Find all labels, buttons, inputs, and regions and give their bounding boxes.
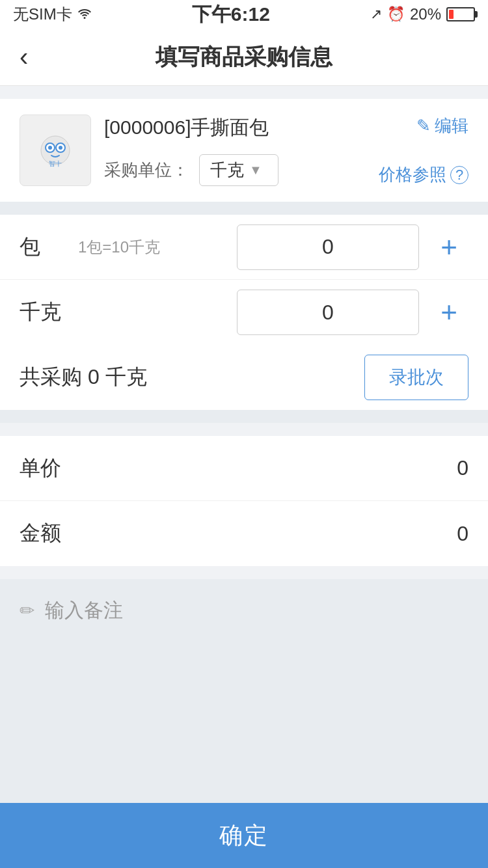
battery-percent: 20% [410,5,441,23]
unit-label: 采购单位： [104,159,189,182]
remark-section[interactable]: ✏ 输入备注 [0,579,488,683]
kg-label: 千克 [20,298,72,327]
status-left: 无SIM卡 [13,4,92,25]
back-button[interactable]: ‹ [20,42,28,72]
price-section: 单价 0 金额 0 [0,436,488,566]
edit-label: 编辑 [435,115,468,137]
kg-input[interactable]: 0 [237,290,419,335]
unit-price-label: 单价 [20,454,61,483]
unit-value: 千克 [210,159,244,182]
amount-value: 0 [457,522,468,546]
remark-input[interactable]: ✏ 输入备注 [20,597,468,624]
summary-row: 共采购 0 千克 录批次 [0,345,488,410]
status-time: 下午6:12 [192,1,270,28]
wifi-icon [77,6,92,23]
bao-input-wrapper: 0 + [160,224,468,270]
unit-select[interactable]: 千克 ▼ [199,154,278,186]
edit-icon: ✎ [416,116,431,136]
svg-point-3 [48,146,52,150]
edit-button[interactable]: ✎ 编辑 [416,115,468,137]
price-ref-button[interactable]: 价格参照 ? [379,163,468,186]
battery-icon [446,7,475,21]
svg-point-4 [59,146,62,150]
location-icon: ↗ [370,6,382,23]
help-icon: ? [450,166,468,184]
bao-plus-button[interactable]: + [429,228,468,267]
product-card: 智十 [0000006]手撕面包 采购单位： 千克 ▼ ✎ 编辑 价格参照 ? [0,99,488,202]
alarm-icon: ⏰ [387,6,405,23]
bao-label: 包 [20,233,72,262]
kg-input-row: 千克 0 + [0,280,488,345]
svg-text:智十: 智十 [49,160,62,167]
sim-label: 无SIM卡 [13,4,72,25]
bao-input[interactable]: 0 [237,224,419,270]
confirm-button[interactable]: 确定 [0,803,488,868]
price-ref-label: 价格参照 [379,163,446,186]
status-right: ↗ ⏰ 20% [370,5,475,23]
product-image: 智十 [20,115,91,186]
nav-bar: ‹ 填写商品采购信息 [0,29,488,86]
page-title: 填写商品采购信息 [156,42,332,72]
section-divider-1 [0,202,488,215]
amount-label: 金额 [20,519,61,548]
pencil-icon: ✏ [20,600,34,621]
unit-price-value: 0 [457,456,468,480]
amount-row: 金额 0 [0,501,488,566]
bao-input-row: 包 1包=10千克 0 + [0,215,488,280]
section-divider-2 [0,410,488,423]
input-section: 包 1包=10千克 0 + 千克 0 + [0,215,488,345]
kg-input-wrapper: 0 + [72,290,468,335]
product-name: [0000006]手撕面包 [104,115,468,141]
summary-section: 共采购 0 千克 录批次 [0,345,488,410]
unit-price-row: 单价 0 [0,436,488,501]
status-bar: 无SIM卡 下午6:12 ↗ ⏰ 20% [0,0,488,29]
summary-text: 共采购 0 千克 [20,363,147,392]
batch-button[interactable]: 录批次 [364,355,468,400]
chevron-down-icon: ▼ [249,163,262,178]
kg-plus-button[interactable]: + [429,293,468,332]
product-logo-icon: 智十 [36,129,75,172]
bao-sub-label: 1包=10千克 [78,237,160,258]
remark-placeholder: 输入备注 [45,597,123,624]
